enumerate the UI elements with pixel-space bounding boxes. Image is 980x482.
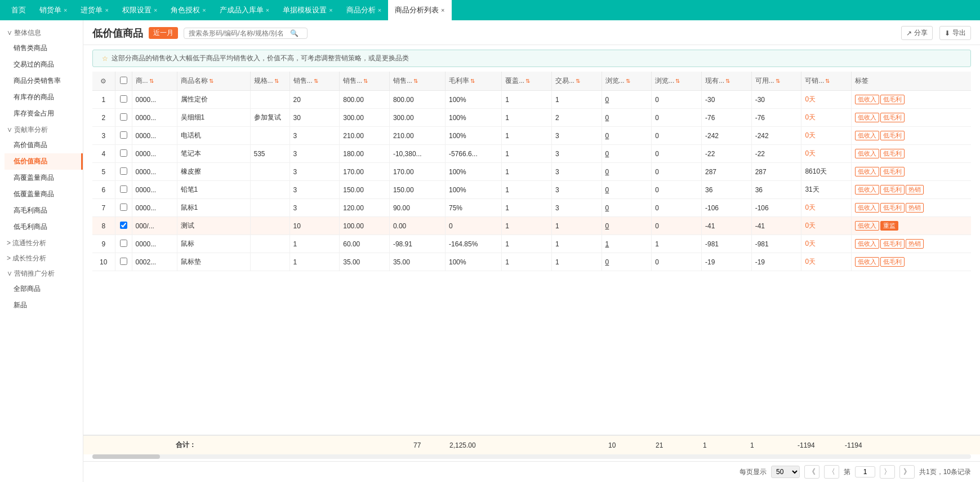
sidebar-section-liquidity[interactable]: > 流通性分析	[0, 235, 83, 250]
last-page-button[interactable]: 》	[899, 465, 915, 479]
row-select-checkbox[interactable]	[120, 113, 127, 121]
horizontal-scrollbar[interactable]	[92, 454, 971, 459]
nav-template-settings[interactable]: 单据模板设置 ×	[276, 0, 339, 20]
sidebar-section-contribution[interactable]: ∨ 贡献率分析	[0, 122, 83, 137]
sidebar-item-low-coverage[interactable]: 低覆盖量商品	[5, 186, 83, 202]
th-trade[interactable]: 交易...⇅	[551, 72, 602, 91]
th-s1[interactable]: 销售...⇅	[289, 72, 340, 91]
row-s7[interactable]: 0	[602, 145, 652, 163]
row-checkbox[interactable]	[115, 163, 132, 181]
sidebar-item-category-rate[interactable]: 商品分类销售率	[5, 73, 83, 89]
row-select-checkbox[interactable]	[120, 240, 127, 247]
search-input[interactable]	[189, 29, 290, 37]
filter-recent-month[interactable]: 近一月	[149, 27, 178, 39]
th-available[interactable]: 可用...⇅	[751, 72, 801, 91]
settings-icon[interactable]: ⚙	[100, 77, 106, 85]
sidebar-item-high-value[interactable]: 高价值商品	[5, 137, 83, 153]
export-button[interactable]: ⬇ 导出	[939, 26, 971, 40]
nav-close-analysis[interactable]: ×	[378, 7, 381, 14]
sidebar-item-stock-funds[interactable]: 库存资金占用	[5, 105, 83, 122]
th-gross-rate[interactable]: 毛利率⇅	[446, 72, 502, 91]
nav-close-permission[interactable]: ×	[154, 7, 157, 14]
nav-close-sales[interactable]: ×	[64, 7, 67, 14]
row-s7[interactable]: 0	[602, 127, 652, 145]
browse-link[interactable]: 0	[605, 186, 609, 194]
row-checkbox[interactable]	[115, 91, 132, 109]
sidebar-item-sales-products[interactable]: 销售类商品	[5, 40, 83, 56]
nav-close-role[interactable]: ×	[202, 7, 206, 14]
sidebar-item-low-profit[interactable]: 低毛利商品	[5, 219, 83, 235]
sidebar-item-traded-products[interactable]: 交易过的商品	[5, 56, 83, 73]
row-select-checkbox[interactable]	[120, 95, 127, 103]
row-select-checkbox[interactable]	[120, 258, 127, 265]
th-name[interactable]: 商品名称⇅	[177, 72, 250, 91]
scrollbar-thumb[interactable]	[92, 454, 160, 459]
row-checkbox[interactable]	[115, 181, 132, 199]
row-select-checkbox[interactable]	[120, 204, 127, 211]
browse-link[interactable]: 0	[605, 222, 609, 230]
browse-link[interactable]: 0	[605, 114, 609, 122]
row-select-checkbox[interactable]	[120, 149, 127, 157]
next-page-button[interactable]: 〉	[880, 465, 895, 479]
browse-link[interactable]: 0	[605, 96, 609, 104]
row-select-checkbox[interactable]	[120, 167, 127, 175]
browse-link[interactable]: 0	[605, 150, 609, 158]
nav-close-analysis-list[interactable]: ×	[441, 7, 444, 14]
first-page-button[interactable]: 《	[804, 465, 819, 479]
row-s7[interactable]: 0	[602, 109, 652, 127]
browse-link[interactable]: 0	[605, 168, 609, 176]
th-spec[interactable]: 规格...⇅	[250, 72, 289, 91]
row-checkbox[interactable]	[115, 199, 132, 217]
row-checkbox[interactable]	[115, 127, 132, 145]
th-current-stock[interactable]: 现有...⇅	[701, 72, 751, 91]
row-s7[interactable]: 1	[602, 235, 652, 253]
nav-home[interactable]: 首页	[5, 0, 33, 20]
sidebar-item-high-profit[interactable]: 高毛利商品	[5, 202, 83, 219]
row-select-checkbox[interactable]	[120, 131, 127, 139]
nav-role-auth[interactable]: 角色授权 ×	[164, 0, 212, 20]
nav-close-purchase[interactable]: ×	[105, 7, 108, 14]
sidebar-item-all-products[interactable]: 全部商品	[5, 281, 83, 297]
th-saleable[interactable]: 可销...⇅	[801, 72, 852, 91]
row-s7[interactable]: 0	[602, 163, 652, 181]
nav-close-product-storage[interactable]: ×	[266, 7, 269, 14]
prev-page-button[interactable]: 〈	[824, 465, 839, 479]
nav-product-analysis[interactable]: 商品分析 ×	[340, 0, 388, 20]
select-all-checkbox[interactable]	[120, 77, 127, 84]
search-icon[interactable]: 🔍	[290, 29, 299, 37]
sidebar-section-overall[interactable]: ∨ 整体信息	[0, 25, 83, 40]
sidebar-section-growth[interactable]: > 成长性分析	[0, 250, 83, 266]
row-select-checkbox[interactable]	[120, 185, 127, 193]
th-browse2[interactable]: 浏览...⇅	[652, 72, 702, 91]
sidebar-item-high-coverage[interactable]: 高覆盖量商品	[5, 170, 83, 186]
nav-product-storage[interactable]: 产成品入库单 ×	[213, 0, 276, 20]
sidebar-section-marketing[interactable]: ∨ 营销推广分析	[0, 266, 83, 281]
row-checkbox[interactable]	[115, 217, 132, 235]
row-checkbox[interactable]	[115, 235, 132, 253]
nav-sales-order[interactable]: 销货单 ×	[33, 0, 74, 20]
nav-purchase-order[interactable]: 进货单 ×	[74, 0, 115, 20]
th-coverage[interactable]: 覆盖...⇅	[502, 72, 552, 91]
th-code[interactable]: 商...⇅	[132, 72, 177, 91]
row-s7[interactable]: 0	[602, 199, 652, 217]
browse-link[interactable]: 0	[605, 132, 609, 140]
row-checkbox[interactable]	[115, 145, 132, 163]
nav-analysis-list[interactable]: 商品分析列表 ×	[388, 0, 451, 20]
share-button[interactable]: ↗ 分享	[901, 26, 933, 40]
th-settings[interactable]: ⚙	[92, 72, 115, 91]
th-s2[interactable]: 销售...⇅	[340, 72, 390, 91]
row-s7[interactable]: 0	[602, 253, 652, 271]
th-s3[interactable]: 销售...⇅	[389, 72, 445, 91]
per-page-select[interactable]: 50 10 20 100	[771, 466, 800, 478]
sidebar-item-stock-products[interactable]: 有库存的商品	[5, 89, 83, 105]
row-s7[interactable]: 0	[602, 181, 652, 199]
row-select-checkbox[interactable]	[120, 222, 127, 229]
row-s7[interactable]: 0	[602, 91, 652, 109]
sidebar-item-low-value[interactable]: 低价值商品	[5, 153, 83, 170]
sidebar-item-new-products[interactable]: 新品	[5, 297, 83, 313]
browse-link[interactable]: 1	[605, 240, 609, 248]
row-checkbox[interactable]	[115, 253, 132, 271]
page-number-input[interactable]	[855, 466, 875, 477]
row-s7[interactable]: 0	[602, 217, 652, 235]
browse-link[interactable]: 0	[605, 258, 609, 266]
